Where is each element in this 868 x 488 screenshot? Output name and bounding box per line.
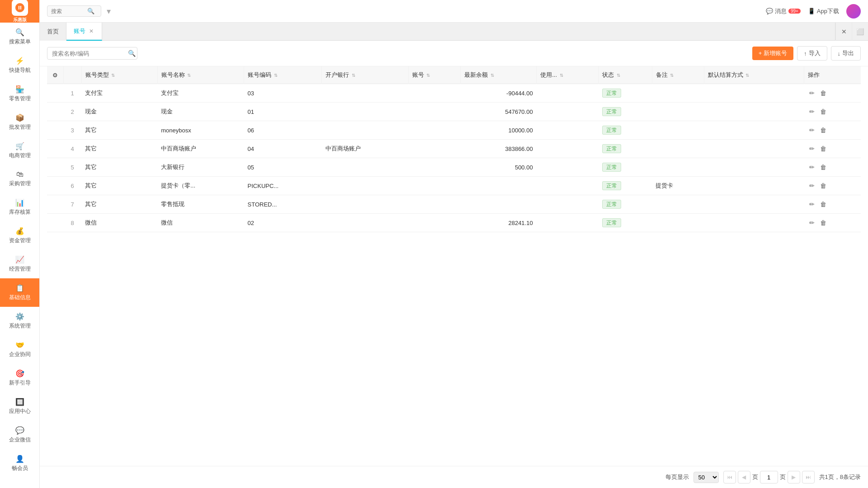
col-status[interactable]: 状态 ⇅ — [599, 66, 652, 84]
delete-button-3[interactable]: 🗑 — [818, 144, 828, 153]
edit-button-5[interactable]: ✏ — [807, 181, 816, 190]
row-account-type-2: 其它 — [81, 121, 157, 140]
edit-button-6[interactable]: ✏ — [807, 200, 816, 209]
account-search-box[interactable]: 🔍 — [47, 47, 137, 60]
tabbar-close-icon[interactable]: ✕ — [835, 23, 852, 41]
tab-account[interactable]: 账号✕ — [66, 23, 102, 41]
col-account-type[interactable]: 账号类型 ⇅ — [81, 66, 157, 84]
col-remark[interactable]: 备注 ⇅ — [652, 66, 704, 84]
row-account-no-2 — [408, 121, 460, 140]
col-account-code[interactable]: 账号编码 ⇅ — [244, 66, 322, 84]
inventory-label: 库存核算 — [9, 208, 31, 216]
sidebar-item-ecommerce-mgmt[interactable]: 🛒 电商管理 — [0, 136, 39, 165]
tab-close-account[interactable]: ✕ — [88, 28, 94, 34]
prev-page-button[interactable]: ◀ — [738, 471, 750, 483]
row-account-code-5: PICKUPC... — [244, 177, 322, 195]
row-bank-5 — [322, 177, 408, 195]
tabbar-maximize-icon[interactable]: ⬜ — [852, 23, 868, 41]
topbar-dropdown-icon[interactable]: ▾ — [107, 6, 111, 16]
edit-button-2[interactable]: ✏ — [807, 126, 816, 135]
message-item[interactable]: 💬 消息 99+ — [766, 7, 801, 15]
row-index-5: 6 — [63, 177, 81, 195]
sidebar-item-member[interactable]: 👤 畅会员 — [0, 449, 39, 478]
edit-button-4[interactable]: ✏ — [807, 163, 816, 172]
edit-button-0[interactable]: ✏ — [807, 89, 816, 98]
delete-button-4[interactable]: 🗑 — [818, 163, 828, 172]
topbar-right: 💬 消息 99+ 📱 App下载 — [766, 4, 861, 19]
sidebar-item-enterprise-wechat[interactable]: 💬 企业微信 — [0, 421, 39, 449]
edit-button-1[interactable]: ✏ — [807, 107, 816, 116]
row-balance-2: 10000.00 — [460, 121, 536, 140]
row-gear-1 — [47, 103, 63, 121]
row-bank-4 — [322, 158, 408, 177]
sidebar-item-purchase-mgmt[interactable]: 🛍 采购管理 — [0, 165, 39, 193]
col-balance[interactable]: 最新余额 ⇅ — [460, 66, 536, 84]
sidebar-item-app-center[interactable]: 🔲 应用中心 — [0, 392, 39, 421]
app-logo: 乐惠版 — [0, 0, 39, 23]
col-bank[interactable]: 开户银行 ⇅ — [322, 66, 408, 84]
tab-home[interactable]: 首页 — [40, 23, 66, 41]
app-download-label: App下载 — [817, 7, 839, 15]
row-gear-5 — [47, 177, 63, 195]
sidebar-item-basic-info[interactable]: 📋 基础信息 — [0, 278, 39, 307]
sidebar-item-capital-mgmt[interactable]: 💰 资金管理 — [0, 221, 39, 250]
first-page-button[interactable]: ⏮ — [723, 471, 736, 483]
message-badge: 99+ — [788, 9, 801, 14]
sort-icon-bank: ⇅ — [352, 73, 355, 78]
topbar-search-box[interactable]: 🔍 — [47, 5, 101, 17]
col-account-name[interactable]: 账号名称 ⇅ — [157, 66, 244, 84]
delete-button-0[interactable]: 🗑 — [818, 89, 828, 98]
sidebar-item-quick-nav[interactable]: ⚡ 快捷导航 — [0, 51, 39, 80]
col-default-settlement[interactable]: 默认结算方式 ⇅ — [704, 66, 804, 84]
content-header: 🔍 + 新增账号 ↑ 导入 ↓ 导出 — [40, 41, 868, 66]
sidebar-item-inventory[interactable]: 📊 库存核算 — [0, 193, 39, 221]
delete-button-6[interactable]: 🗑 — [818, 200, 828, 209]
row-remark-7 — [652, 214, 704, 232]
row-index-1: 2 — [63, 103, 81, 121]
export-button[interactable]: ↓ 导出 — [831, 46, 861, 61]
sidebar-item-wholesale-mgmt[interactable]: 📦 批发管理 — [0, 108, 39, 136]
delete-button-7[interactable]: 🗑 — [818, 218, 828, 227]
tabbar: 首页账号✕ ✕ ⬜ — [40, 23, 868, 41]
sidebar-item-newcomer-guide[interactable]: 🎯 新手引导 — [0, 364, 39, 392]
col-usage[interactable]: 使用... ⇅ — [537, 66, 599, 84]
total-label: 共1页，8条记录 — [819, 473, 861, 481]
row-action-6: ✏ 🗑 — [804, 195, 861, 214]
sidebar-item-search-menu[interactable]: 🔍 搜索菜单 — [0, 23, 39, 51]
next-page-button[interactable]: ▶ — [788, 471, 800, 483]
app-download-item[interactable]: 📱 App下载 — [808, 7, 839, 15]
row-bank-7 — [322, 214, 408, 232]
sidebar-item-enterprise-agreement[interactable]: 🤝 企业协同 — [0, 335, 39, 364]
sidebar-item-system-mgmt[interactable]: ⚙️ 系统管理 — [0, 307, 39, 335]
current-page-input[interactable] — [760, 471, 778, 483]
row-settlement-1 — [704, 103, 804, 121]
status-badge-4: 正常 — [602, 163, 621, 172]
app-center-label: 应用中心 — [9, 408, 31, 415]
page-size-select[interactable]: 50 20 100 — [693, 472, 719, 483]
edit-button-7[interactable]: ✏ — [807, 218, 816, 227]
col-account-no[interactable]: 账号 ⇅ — [408, 66, 460, 84]
import-button[interactable]: ↑ 导入 — [797, 46, 827, 61]
sidebar-item-retail-mgmt[interactable]: 🏪 零售管理 — [0, 80, 39, 108]
export-icon: ↓ — [838, 50, 841, 57]
table-row: 3 其它 moneybosx 06 10000.00 正常 ✏ 🗑 — [47, 121, 861, 140]
status-badge-7: 正常 — [602, 218, 621, 227]
row-settlement-7 — [704, 214, 804, 232]
account-search-input[interactable] — [52, 50, 128, 57]
delete-button-1[interactable]: 🗑 — [818, 107, 828, 116]
delete-button-5[interactable]: 🗑 — [818, 181, 828, 190]
content-area: 🔍 + 新增账号 ↑ 导入 ↓ 导出 ⚙ — [40, 41, 868, 488]
sort-icon-type: ⇅ — [111, 73, 115, 78]
row-account-name-6: 零售抵现 — [157, 195, 244, 214]
delete-button-2[interactable]: 🗑 — [818, 126, 828, 135]
newcomer-guide-label: 新手引导 — [9, 379, 31, 387]
topbar-search-input[interactable] — [51, 8, 87, 14]
col-gear[interactable]: ⚙ — [47, 66, 63, 84]
last-page-button[interactable]: ⏭ — [802, 471, 815, 483]
edit-button-3[interactable]: ✏ — [807, 144, 816, 153]
add-account-button[interactable]: + 新增账号 — [752, 47, 793, 60]
row-account-name-2: moneybosx — [157, 121, 244, 140]
avatar[interactable] — [846, 4, 861, 19]
status-badge-5: 正常 — [602, 181, 621, 190]
sidebar-item-operation-mgmt[interactable]: 📈 经营管理 — [0, 250, 39, 278]
